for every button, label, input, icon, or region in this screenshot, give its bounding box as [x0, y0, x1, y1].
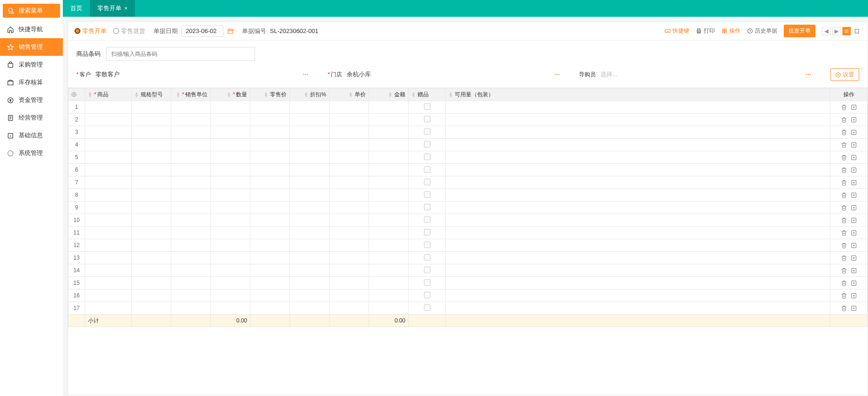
cell-gift[interactable] — [409, 227, 446, 239]
cell-unit[interactable] — [171, 302, 211, 315]
cell-price[interactable] — [330, 227, 369, 239]
cell-unit[interactable] — [171, 214, 211, 227]
checkbox[interactable] — [424, 242, 431, 248]
cell-gift[interactable] — [409, 239, 446, 252]
checkbox[interactable] — [424, 304, 431, 311]
cell-unit[interactable] — [171, 176, 211, 189]
checkbox[interactable] — [424, 292, 431, 298]
cell-qty[interactable] — [211, 126, 250, 139]
cell-retail[interactable] — [250, 201, 290, 214]
cell-product[interactable] — [85, 114, 132, 126]
search-menu-button[interactable]: 搜索菜单 — [3, 4, 60, 18]
radio-retail-open[interactable]: 零售开单 — [74, 27, 107, 35]
cell-available[interactable] — [446, 214, 830, 227]
cell-product[interactable] — [85, 164, 132, 176]
barcode-input[interactable] — [106, 47, 255, 61]
add-row-icon[interactable] — [851, 242, 857, 248]
cell-product[interactable] — [85, 176, 132, 189]
cell-price[interactable] — [330, 289, 369, 302]
add-row-icon[interactable] — [851, 205, 857, 211]
cell-spec[interactable] — [132, 302, 171, 315]
tab-home[interactable]: 首页 — [63, 0, 90, 17]
checkbox[interactable] — [424, 267, 431, 273]
delete-icon[interactable] — [841, 180, 847, 186]
cell-available[interactable] — [446, 239, 830, 252]
cell-qty[interactable] — [211, 252, 250, 264]
cell-product[interactable] — [85, 239, 132, 252]
cell-spec[interactable] — [132, 114, 171, 126]
add-row-icon[interactable] — [851, 192, 857, 198]
cell-gift[interactable] — [409, 201, 446, 214]
table-row[interactable]: 6 — [68, 164, 868, 176]
cell-amount[interactable] — [369, 176, 409, 189]
cell-retail[interactable] — [250, 239, 290, 252]
next-arrow[interactable]: ▶ — [832, 27, 841, 35]
th-amount[interactable]: ▲▼金额 — [369, 88, 409, 101]
cell-spec[interactable] — [132, 289, 171, 302]
checkbox[interactable] — [424, 229, 431, 235]
cell-gift[interactable] — [409, 151, 446, 164]
delete-icon[interactable] — [841, 129, 847, 135]
table-row[interactable]: 1 — [68, 101, 868, 114]
cell-spec[interactable] — [132, 264, 171, 277]
cell-available[interactable] — [446, 302, 830, 315]
cell-spec[interactable] — [132, 214, 171, 227]
cell-retail[interactable] — [250, 252, 290, 264]
cell-unit[interactable] — [171, 264, 211, 277]
cell-qty[interactable] — [211, 164, 250, 176]
cell-available[interactable] — [446, 126, 830, 139]
cell-gift[interactable] — [409, 264, 446, 277]
cell-discount[interactable] — [290, 114, 330, 126]
add-row-icon[interactable] — [851, 104, 857, 110]
cell-unit[interactable] — [171, 227, 211, 239]
history-button[interactable]: 历史单据 — [747, 27, 777, 35]
add-row-icon[interactable] — [851, 255, 857, 261]
checkbox[interactable] — [424, 204, 431, 210]
shortcut-button[interactable]: 快捷键 — [665, 27, 689, 35]
cell-retail[interactable] — [250, 126, 290, 139]
cell-retail[interactable] — [250, 214, 290, 227]
table-row[interactable]: 16 — [68, 289, 868, 302]
th-unit[interactable]: ▲▼*销售单位 — [171, 88, 211, 101]
add-row-icon[interactable] — [851, 180, 857, 186]
cell-gift[interactable] — [409, 176, 446, 189]
checkbox[interactable] — [424, 279, 431, 286]
cell-qty[interactable] — [211, 239, 250, 252]
cell-gift[interactable] — [409, 139, 446, 151]
th-retail[interactable]: ▲▼零售价 — [250, 88, 290, 101]
cell-product[interactable] — [85, 227, 132, 239]
add-row-icon[interactable] — [851, 230, 857, 236]
add-row-icon[interactable] — [851, 117, 857, 123]
cell-unit[interactable] — [171, 139, 211, 151]
cell-qty[interactable] — [211, 176, 250, 189]
sidebar-item-finance[interactable]: 资金管理 — [0, 91, 63, 109]
cell-retail[interactable] — [250, 101, 290, 114]
cell-spec[interactable] — [132, 227, 171, 239]
bulk-order-button[interactable]: 批发开单 — [784, 25, 815, 37]
cell-qty[interactable] — [211, 101, 250, 114]
cell-gift[interactable] — [409, 214, 446, 227]
cell-gift[interactable] — [409, 289, 446, 302]
prev-arrow[interactable]: ◀ — [822, 27, 830, 35]
checkbox[interactable] — [424, 216, 431, 223]
cell-price[interactable] — [330, 252, 369, 264]
cell-qty[interactable] — [211, 302, 250, 315]
tab-retail-order[interactable]: 零售开单 × — [90, 0, 135, 17]
cell-available[interactable] — [446, 139, 830, 151]
cell-qty[interactable] — [211, 227, 250, 239]
delete-icon[interactable] — [841, 205, 847, 211]
guide-picker[interactable]: 选择... ⋯ — [600, 68, 812, 81]
sidebar-item-system[interactable]: 系统管理 — [0, 144, 63, 162]
checkbox[interactable] — [424, 191, 431, 198]
cell-spec[interactable] — [132, 189, 171, 201]
cell-retail[interactable] — [250, 164, 290, 176]
cell-amount[interactable] — [369, 277, 409, 289]
operate-button[interactable]: 操作 — [721, 27, 740, 35]
table-row[interactable]: 14 — [68, 264, 868, 277]
cell-amount[interactable] — [369, 214, 409, 227]
table-row[interactable]: 17 — [68, 302, 868, 315]
cell-available[interactable] — [446, 164, 830, 176]
cell-retail[interactable] — [250, 151, 290, 164]
cell-price[interactable] — [330, 214, 369, 227]
cell-spec[interactable] — [132, 252, 171, 264]
